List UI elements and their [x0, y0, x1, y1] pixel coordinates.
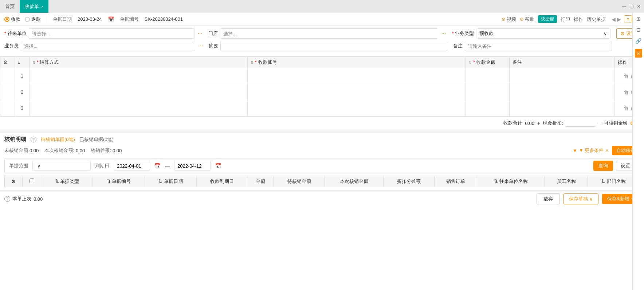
- business-type-value: 预收款: [479, 30, 494, 37]
- total-value: 0.00: [525, 121, 534, 126]
- business-type-select[interactable]: 预收款 ∨: [476, 28, 610, 39]
- sidebar-icon-2[interactable]: ⊟: [636, 27, 641, 33]
- table-gear-icon[interactable]: ⚙: [3, 59, 8, 65]
- plus-sign: +: [537, 121, 540, 126]
- bottom-col-gear: ⚙: [5, 176, 23, 187]
- shortcut-btn[interactable]: 快捷键: [538, 15, 557, 23]
- counterpart-input[interactable]: [29, 28, 195, 39]
- row2-settle[interactable]: [30, 84, 248, 100]
- form-area: 往来单位 ··· 门店 ··· 业务类型 预收款 ∨ ⚙ 设置: [0, 26, 644, 56]
- row1-settle[interactable]: [30, 68, 248, 84]
- unchecked-label: 未核销金额: [4, 147, 28, 154]
- toolbar-divider-1: [47, 16, 47, 23]
- calendar-icon[interactable]: 📅: [108, 16, 114, 22]
- window-minimize-icon[interactable]: ─: [622, 3, 626, 10]
- radio-tuikuan-label: 退款: [31, 16, 41, 23]
- table-row: 2 🗑 ⊞: [0, 84, 644, 100]
- sidebar-icon-4[interactable]: ⊡: [635, 49, 642, 58]
- layout1-icon[interactable]: ≡: [625, 15, 631, 23]
- tab-close-icon[interactable]: ×: [41, 4, 43, 9]
- settings-gear-icon: ⚙: [620, 31, 625, 36]
- help-btn[interactable]: ⊙ 帮助: [520, 16, 534, 23]
- sidebar-icon-3[interactable]: 🔗: [635, 38, 641, 44]
- row1-remark[interactable]: [510, 68, 615, 84]
- staff-input[interactable]: [21, 41, 195, 51]
- tab-bar: 首页 收款单 × ─ □ ×: [0, 0, 644, 13]
- date-from-input[interactable]: [114, 161, 150, 171]
- row1-delete-icon[interactable]: 🗑: [624, 73, 629, 79]
- save-draft-button[interactable]: 保存草稿 ∨: [564, 193, 598, 204]
- footer-info-icon[interactable]: ?: [4, 196, 10, 202]
- row2-amount[interactable]: [466, 84, 510, 100]
- nuclear-title: 核销明细: [4, 136, 26, 143]
- more-conditions-btn[interactable]: ▼ ▼ 更多条件 ∧: [573, 147, 609, 154]
- counterpart-dots-icon[interactable]: ···: [198, 30, 203, 37]
- video-btn[interactable]: ⊙ 视频: [502, 16, 516, 23]
- row3-remark[interactable]: [510, 100, 615, 116]
- row2-remark[interactable]: [510, 84, 615, 100]
- row1-account[interactable]: [248, 68, 466, 84]
- row3-delete-icon[interactable]: 🗑: [624, 105, 629, 111]
- current-label: 本次核销金额:: [44, 147, 74, 154]
- nav-arrows: ◀ ▶: [612, 16, 621, 22]
- done-tag[interactable]: 已核销单据(0笔): [79, 136, 114, 143]
- discount-input[interactable]: [566, 119, 595, 127]
- query-btn[interactable]: 查询: [593, 161, 613, 171]
- section-divider: [0, 130, 644, 133]
- operation-btn[interactable]: 操作: [574, 16, 583, 23]
- staff-dots-icon[interactable]: ···: [198, 43, 203, 49]
- radio-group: 收款 退款: [4, 16, 41, 23]
- date-value: 2023-03-24: [78, 16, 102, 22]
- radio-shoukuan[interactable]: 收款: [4, 16, 20, 23]
- footer-left: ? 本单上次 0.00: [4, 196, 43, 202]
- bottom-col-checkbox: [23, 176, 41, 187]
- row1-amount[interactable]: [466, 68, 510, 84]
- filter-select[interactable]: ∨: [32, 161, 91, 171]
- radio-tuikuan[interactable]: 退款: [25, 16, 41, 23]
- nuclear-header: 核销明细 ? 待核销单据(0笔) 已核销单据(0笔): [4, 136, 640, 143]
- available-label: 可核销金额: [604, 120, 628, 126]
- select-all-checkbox[interactable]: [30, 179, 34, 183]
- data-table: ⚙ # ⇅ * 结算方式 ⇅ * 收款账号 ⇅ *: [0, 56, 644, 116]
- window-maximize-icon[interactable]: □: [630, 3, 633, 10]
- col-settle-header: ⇅ * 结算方式: [30, 57, 248, 68]
- row2-account[interactable]: [248, 84, 466, 100]
- date-to-icon[interactable]: 📅: [215, 163, 221, 169]
- form-row-2: 业务员 ··· 摘要 备注: [4, 41, 640, 51]
- shop-dots-icon[interactable]: ···: [441, 30, 446, 37]
- discard-button[interactable]: 放弃: [537, 193, 560, 204]
- nuclear-info-icon[interactable]: ?: [31, 137, 36, 142]
- right-sidebar: ⊞ ⊟ 🔗 ⊡: [632, 13, 644, 290]
- date-from-icon[interactable]: 📅: [154, 163, 161, 169]
- filter-row: 单据范围 ∨ 到期日 📅 — 📅 查询 设置: [4, 158, 640, 173]
- row3-settle[interactable]: [30, 100, 248, 116]
- shop-input[interactable]: [220, 28, 438, 39]
- business-type-field: 业务类型 预收款 ∨: [452, 28, 610, 39]
- bottom-col-current: 本次核销金额: [325, 176, 384, 187]
- row3-amount[interactable]: [466, 100, 510, 116]
- row2-delete-icon[interactable]: 🗑: [624, 89, 629, 95]
- summary-row: 收款合计 0.00 + 现金折扣: = 可核销金额 0.00: [0, 116, 644, 130]
- nav-left-icon[interactable]: ◀: [612, 16, 616, 22]
- diff-stat: 核销差额: 0.00: [91, 147, 122, 154]
- col-num: #: [15, 57, 30, 68]
- row1-gear-cell: [0, 68, 15, 84]
- tab-home[interactable]: 首页: [0, 0, 20, 13]
- pending-tag[interactable]: 待核销单据(0笔): [41, 136, 75, 143]
- history-btn[interactable]: 历史单据: [587, 16, 606, 23]
- table-body: 1 🗑 ⊞ 2: [0, 68, 644, 116]
- sidebar-icon-1[interactable]: ⊞: [636, 16, 641, 22]
- window-close-icon[interactable]: ×: [637, 3, 640, 10]
- nuclear-section: 核销明细 ? 待核销单据(0笔) 已核销单据(0笔) 未核销金额 0.00 本次…: [0, 133, 644, 190]
- bottom-gear-icon[interactable]: ⚙: [11, 179, 16, 184]
- print-btn[interactable]: 打印: [561, 16, 570, 23]
- tab-active[interactable]: 收款单 ×: [20, 0, 48, 13]
- date-label: 到期日: [95, 162, 109, 169]
- row3-account[interactable]: [248, 100, 466, 116]
- remark-input[interactable]: [465, 41, 612, 51]
- nav-right-icon[interactable]: ▶: [617, 16, 621, 22]
- bottom-col-date: ⇅ 单据日期: [145, 176, 196, 187]
- date-to-input[interactable]: [174, 161, 211, 171]
- abstract-input[interactable]: [220, 41, 447, 51]
- main-wrapper: 收款 退款 单据日期 2023-03-24 📅 单据编号 SK-20230324…: [0, 13, 644, 290]
